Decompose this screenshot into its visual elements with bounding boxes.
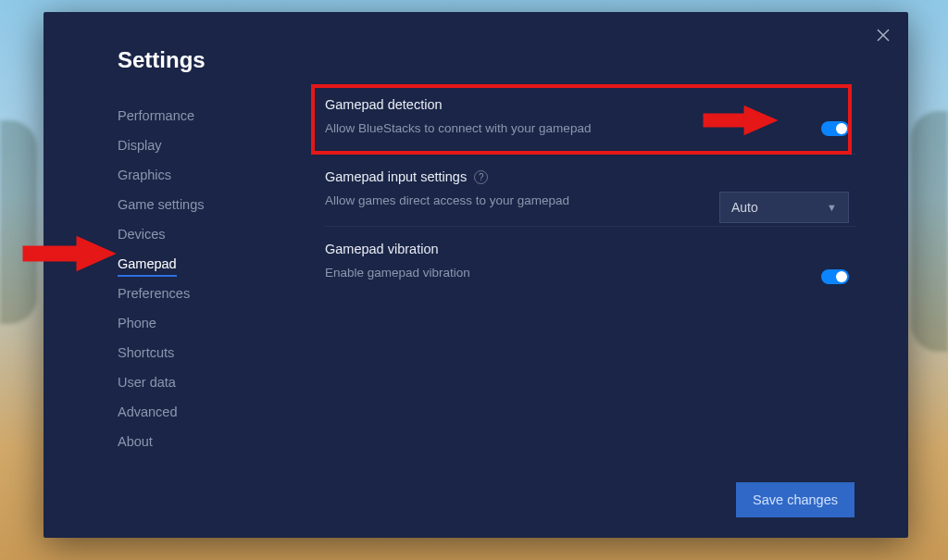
sidebar-item-advanced[interactable]: Advanced [118, 397, 178, 427]
close-icon [877, 29, 890, 42]
sidebar-item-gamepad[interactable]: Gamepad [118, 249, 177, 279]
gamepad-detection-toggle[interactable] [821, 121, 849, 136]
sidebar-item-user-data[interactable]: User data [118, 367, 176, 397]
sidebar-item-label: Display [118, 138, 162, 153]
sidebar-item-about[interactable]: About [118, 427, 153, 456]
save-changes-button[interactable]: Save changes [736, 482, 854, 517]
wallpaper-foliage-right [911, 111, 948, 352]
section-description: Allow BlueStacks to connect with your ga… [325, 121, 856, 135]
sidebar-item-performance[interactable]: Performance [118, 101, 194, 131]
sidebar-item-label: Shortcuts [118, 345, 174, 360]
sidebar-item-game-settings[interactable]: Game settings [118, 190, 205, 219]
gamepad-input-select[interactable]: Auto ▼ [719, 192, 849, 223]
sidebar-item-label: Advanced [118, 404, 178, 419]
section-gamepad-detection: Gamepad detection Allow BlueStacks to co… [325, 88, 856, 155]
sidebar-item-label: Preferences [118, 286, 190, 301]
sidebar-item-shortcuts[interactable]: Shortcuts [118, 338, 174, 367]
page-title: Settings [118, 47, 206, 73]
sidebar-item-label: About [118, 434, 153, 449]
sidebar-item-label: Devices [118, 227, 166, 242]
settings-sidebar: Performance Display Graphics Game settin… [118, 101, 284, 456]
wallpaper-foliage-left [0, 120, 37, 324]
settings-content: Gamepad detection Allow BlueStacks to co… [325, 88, 856, 298]
section-heading: Gamepad input settings ? [325, 169, 856, 184]
sidebar-item-label: Graphics [118, 168, 171, 182]
section-description: Enable gamepad vibration [325, 266, 856, 280]
section-gamepad-vibration: Gamepad vibration Enable gamepad vibrati… [325, 227, 856, 298]
section-gamepad-input: Gamepad input settings ? Allow games dir… [325, 155, 856, 227]
sidebar-item-label: Gamepad [118, 256, 177, 271]
gamepad-vibration-toggle[interactable] [821, 269, 849, 284]
sidebar-item-graphics[interactable]: Graphics [118, 160, 171, 190]
sidebar-item-label: User data [118, 375, 176, 390]
section-heading: Gamepad detection [325, 97, 856, 112]
chevron-down-icon: ▼ [827, 202, 837, 213]
help-icon[interactable]: ? [474, 170, 488, 184]
settings-modal: Settings Performance Display Graphics Ga… [44, 12, 908, 538]
close-button[interactable] [873, 25, 893, 45]
sidebar-item-devices[interactable]: Devices [118, 219, 166, 249]
sidebar-item-phone[interactable]: Phone [118, 308, 156, 338]
select-value: Auto [731, 200, 758, 215]
sidebar-item-label: Phone [118, 316, 156, 330]
sidebar-item-label: Performance [118, 108, 194, 123]
sidebar-item-display[interactable]: Display [118, 131, 162, 160]
section-heading-text: Gamepad input settings [325, 169, 467, 184]
sidebar-item-label: Game settings [118, 197, 205, 212]
section-heading: Gamepad vibration [325, 242, 856, 256]
sidebar-item-preferences[interactable]: Preferences [118, 279, 190, 308]
